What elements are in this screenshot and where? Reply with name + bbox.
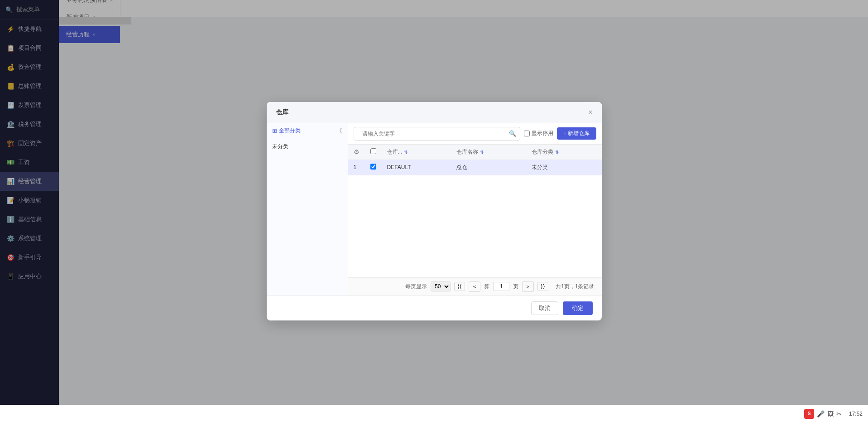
row-name: 总仓 (451, 160, 526, 175)
taskbar-icon-3: ✂ (836, 410, 842, 417)
modal-page-size-label: 每页显示 (405, 283, 427, 291)
first-page-btn[interactable]: ⟨⟨ (454, 282, 465, 291)
last-page-btn[interactable]: ⟩⟩ (537, 282, 548, 291)
show-disabled-checkbox-label[interactable]: 显示停用 (524, 130, 553, 137)
col-settings: ⚙ (348, 145, 365, 160)
modal-category-panel: ⊞ 全部分类 《 未分类 (267, 123, 348, 296)
modal-category-list: 未分类 (267, 139, 348, 154)
modal-header: 仓库 × (267, 102, 602, 123)
category-icon: ⊞ (272, 127, 277, 134)
modal-category-header: ⊞ 全部分类 《 (267, 123, 348, 139)
col-checkbox (365, 145, 382, 160)
col-name-sort[interactable]: ⇅ (480, 150, 484, 155)
warehouse-row-1[interactable]: 1 DEFAULT 总仓 未分类 (348, 160, 602, 175)
show-disabled-checkbox[interactable] (524, 131, 530, 136)
page-number-input[interactable] (493, 282, 509, 291)
warehouse-table: ⚙ 仓库... ⇅ 仓库名称 ⇅ 仓库分类 (348, 145, 602, 175)
taskbar-logo: S (804, 409, 814, 419)
modal-pagination: 每页显示 50 ⟨⟨ ＜ 算 页 ＞ ⟩⟩ 共1页，1条记录 (348, 277, 602, 296)
col-code-sort[interactable]: ⇅ (404, 150, 408, 155)
col-code: 仓库... ⇅ (382, 145, 451, 160)
warehouse-table-body: 1 DEFAULT 总仓 未分类 (348, 160, 602, 175)
modal-body: ⊞ 全部分类 《 未分类 🔍 显示停用 + 新增仓库 (267, 123, 602, 296)
table-header-row: ⚙ 仓库... ⇅ 仓库名称 ⇅ 仓库分类 (348, 145, 602, 160)
next-page-btn[interactable]: ＞ (522, 281, 534, 292)
row-select-1[interactable] (370, 164, 376, 170)
page-label: 算 (484, 283, 489, 291)
search-icon: 🔍 (509, 130, 516, 137)
modal-actions: 取消 确定 (267, 296, 602, 320)
row-category: 未分类 (526, 160, 601, 175)
modal-title: 仓库 (276, 108, 288, 116)
cancel-button[interactable]: 取消 (531, 301, 558, 315)
add-warehouse-button[interactable]: + 新增仓库 (557, 127, 596, 140)
col-category-sort[interactable]: ⇅ (555, 150, 559, 155)
modal-right-panel: 🔍 显示停用 + 新增仓库 ⚙ 仓库... (348, 123, 602, 296)
taskbar-time: 17:52 (849, 411, 863, 417)
confirm-button[interactable]: 确定 (563, 301, 593, 315)
taskbar-icon-1: 🎤 (817, 410, 825, 417)
all-category-label[interactable]: 全部分类 (279, 127, 301, 135)
warehouse-modal: 仓库 × ⊞ 全部分类 《 未分类 🔍 (267, 102, 602, 320)
row-code: DEFAULT (382, 160, 451, 175)
modal-page-size-select[interactable]: 50 (431, 281, 451, 291)
page-suffix: 页 (513, 283, 518, 291)
taskbar-icons: S 🎤 🖼 ✂ (804, 409, 842, 419)
col-name: 仓库名称 ⇅ (451, 145, 526, 160)
modal-toolbar: 🔍 显示停用 + 新增仓库 (348, 123, 602, 145)
modal-category-item-未分类[interactable]: 未分类 (267, 139, 348, 154)
category-collapse-btn[interactable]: 《 (336, 127, 342, 135)
col-category: 仓库分类 ⇅ (526, 145, 601, 160)
prev-page-btn[interactable]: ＜ (469, 281, 480, 292)
modal-close-button[interactable]: × (588, 108, 592, 116)
taskbar-icon-2: 🖼 (827, 410, 834, 417)
modal-total-info: 共1页，1条记录 (556, 283, 594, 291)
search-box: 🔍 (354, 127, 521, 141)
row-checkbox[interactable] (365, 160, 382, 175)
bottom-taskbar: S 🎤 🖼 ✂ 17:52 (0, 405, 868, 422)
show-disabled-label: 显示停用 (532, 130, 553, 137)
warehouse-search-input[interactable] (358, 129, 507, 139)
table-select-all[interactable] (370, 148, 376, 154)
modal-table: ⚙ 仓库... ⇅ 仓库名称 ⇅ 仓库分类 (348, 145, 602, 277)
row-num: 1 (348, 160, 365, 175)
